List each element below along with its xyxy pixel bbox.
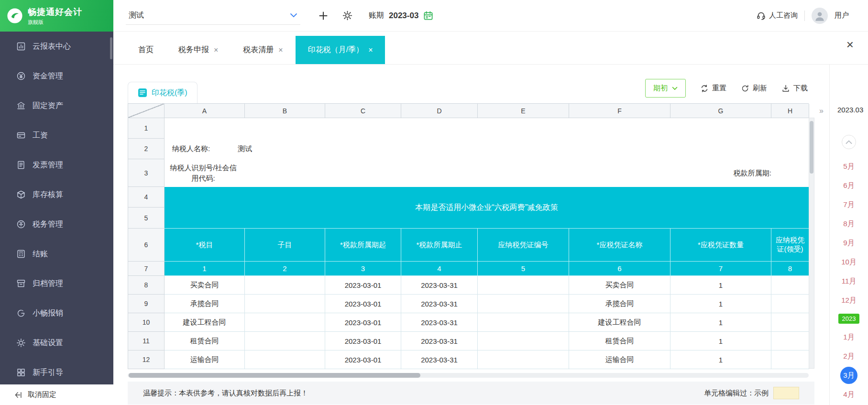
cell[interactable]	[771, 313, 809, 332]
taxpayer-name-row[interactable]: 纳税人名称: 测试	[165, 139, 809, 159]
cell[interactable]	[771, 276, 809, 295]
cell-voucher-qty[interactable]: 1	[670, 295, 771, 313]
table-header-cell[interactable]: *税款所属期起	[325, 229, 401, 262]
row-header[interactable]: 1	[128, 118, 165, 139]
cell[interactable]	[771, 295, 809, 313]
row-header[interactable]: 11	[128, 332, 165, 350]
index-cell[interactable]: 7	[670, 262, 771, 276]
cell[interactable]	[245, 313, 325, 332]
column-header[interactable]: H	[771, 104, 809, 118]
column-header[interactable]: G	[670, 104, 771, 118]
cell-voucher-name[interactable]: 承揽合同	[569, 295, 670, 313]
sidebar-item-invoice[interactable]: 发票管理	[0, 150, 113, 180]
account-set-selector[interactable]: 测试	[126, 7, 300, 25]
column-header[interactable]: A	[165, 104, 245, 118]
cell-period-end[interactable]: 2023-03-31	[401, 295, 478, 313]
cell-voucher-name[interactable]: 租赁合同	[569, 332, 670, 350]
taxpayer-id-row[interactable]: 纳税人识别号/社会信用代码: 税款所属期:	[165, 159, 809, 187]
sidebar-item-reimburse[interactable]: 小畅报销	[0, 298, 113, 328]
policy-banner[interactable]: 本期是否适用小微企业“六税两费”减免政策	[165, 187, 809, 229]
row-header[interactable]: 2	[128, 139, 165, 159]
month-item[interactable]: 6月	[843, 180, 854, 191]
month-item[interactable]: 11月	[842, 275, 857, 287]
index-cell[interactable]: 6	[569, 262, 670, 276]
table-header-cell[interactable]: *税款所属期止	[401, 229, 478, 262]
cell-tax-item[interactable]: 承揽合同	[165, 295, 245, 313]
column-header[interactable]: D	[401, 104, 478, 118]
cell[interactable]	[245, 295, 325, 313]
sidebar-scrollbar[interactable]	[110, 37, 112, 59]
cell-voucher-name[interactable]: 买卖合同	[569, 276, 670, 295]
sheet-tab-stamp-quarter[interactable]: 印花税(季)	[128, 82, 198, 103]
month-item[interactable]: 4月	[843, 389, 854, 400]
cell[interactable]	[771, 350, 809, 369]
cell-period-end[interactable]: 2023-03-31	[401, 313, 478, 332]
cell-tax-item[interactable]: 买卖合同	[165, 276, 245, 295]
cell-voucher-qty[interactable]: 1	[670, 313, 771, 332]
cell-tax-item[interactable]: 租赁合同	[165, 332, 245, 350]
row-header[interactable]: 4	[128, 187, 165, 208]
row-header[interactable]: 9	[128, 295, 165, 313]
cell-voucher-name[interactable]: 建设工程合同	[569, 313, 670, 332]
row-header[interactable]: 3	[128, 159, 165, 187]
cell-voucher-qty[interactable]: 1	[670, 332, 771, 350]
index-cell[interactable]: 5	[478, 262, 569, 276]
row-header[interactable]: 5	[128, 208, 165, 229]
cell-period-start[interactable]: 2023-03-01	[325, 295, 401, 313]
calendar-icon[interactable]	[423, 11, 433, 21]
sidebar-item-tax[interactable]: 税务管理	[0, 209, 113, 239]
cell[interactable]	[478, 295, 569, 313]
cell[interactable]	[245, 332, 325, 350]
horizontal-scrollbar[interactable]	[128, 373, 809, 378]
cell[interactable]	[245, 350, 325, 369]
empty-row[interactable]	[165, 118, 809, 139]
horizontal-scrollbar-thumb[interactable]	[129, 373, 420, 378]
cell-period-start[interactable]: 2023-03-01	[325, 313, 401, 332]
tab-tax-register[interactable]: 税表清册 ×	[231, 36, 295, 64]
year-badge[interactable]: 2023	[838, 314, 860, 324]
tab-home[interactable]: 首页	[126, 36, 166, 64]
cell-period-start[interactable]: 2023-03-01	[325, 276, 401, 295]
cell[interactable]	[478, 350, 569, 369]
collapse-rail-icon[interactable]: »	[819, 107, 824, 115]
index-cell[interactable]: 2	[245, 262, 325, 276]
row-header[interactable]: 10	[128, 313, 165, 332]
cell-voucher-qty[interactable]: 1	[670, 350, 771, 369]
sidebar-item-settings[interactable]: 基础设置	[0, 328, 113, 358]
settings-gear-button[interactable]	[342, 11, 352, 21]
column-header[interactable]: B	[245, 104, 325, 118]
column-header[interactable]: F	[569, 104, 670, 118]
month-item[interactable]: 8月	[843, 218, 854, 230]
sidebar-item-inventory[interactable]: 库存核算	[0, 180, 113, 209]
row-header[interactable]: 12	[128, 350, 165, 369]
table-header-cell[interactable]: *税目	[165, 229, 245, 262]
month-item[interactable]: 7月	[843, 199, 854, 210]
sidebar-item-cloud-reports[interactable]: 云报表中心	[0, 32, 113, 61]
refresh-button[interactable]: 刷新	[741, 84, 767, 93]
index-cell[interactable]: 1	[165, 262, 245, 276]
month-item[interactable]: 12月	[841, 295, 857, 306]
cell[interactable]	[245, 276, 325, 295]
reset-button[interactable]: 重置	[700, 84, 726, 93]
table-header-cell[interactable]: 应纳税凭证编号	[478, 229, 569, 262]
cell-period-end[interactable]: 2023-03-31	[401, 350, 478, 369]
sidebar-item-salary[interactable]: 工资	[0, 120, 113, 150]
unpin-sidebar-button[interactable]: 取消固定	[0, 384, 113, 405]
column-header[interactable]: C	[325, 104, 401, 118]
cell[interactable]	[478, 332, 569, 350]
row-header[interactable]: 7	[128, 262, 165, 276]
tab-stamp-tax[interactable]: 印花税（月/季） ×	[296, 36, 385, 64]
close-page-icon[interactable]: ×	[846, 38, 854, 51]
month-item[interactable]: 1月	[843, 331, 854, 343]
row-header[interactable]: 6	[128, 229, 165, 262]
cell-voucher-qty[interactable]: 1	[670, 276, 771, 295]
month-item[interactable]: 9月	[843, 237, 854, 249]
cell-period-end[interactable]: 2023-03-31	[401, 332, 478, 350]
cell-period-start[interactable]: 2023-03-01	[325, 332, 401, 350]
index-cell[interactable]: 3	[325, 262, 401, 276]
vertical-scrollbar[interactable]	[809, 118, 814, 369]
column-header[interactable]: E	[478, 104, 569, 118]
select-all-corner[interactable]	[128, 104, 165, 118]
tab-tax-filing[interactable]: 税务申报 ×	[166, 36, 231, 64]
table-header-cell[interactable]: *应税凭证数量	[670, 229, 771, 262]
